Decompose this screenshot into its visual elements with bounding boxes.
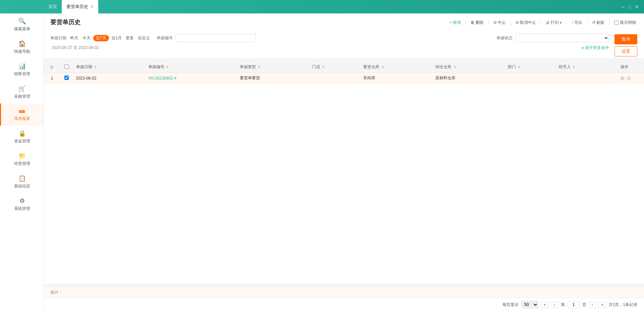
cancel-stop-icon: ⊘ — [516, 20, 519, 25]
sort-store-icon[interactable]: ⇅ — [322, 65, 325, 69]
basic-info-icon: 📋 — [18, 175, 26, 182]
sort-doc-type-icon[interactable]: ⇅ — [258, 65, 261, 69]
row-checkbox[interactable] — [64, 76, 69, 80]
prev-page-btn[interactable]: ‹ — [551, 301, 558, 308]
export-button[interactable]: ↑ 导出 — [570, 19, 584, 26]
cancel-stop-button[interactable]: ⊘ 取消中止 — [514, 19, 537, 26]
sidebar-item-inventory[interactable]: 🏘 库存核算 — [0, 103, 43, 126]
close-icon[interactable]: ✕ — [635, 4, 639, 9]
date-btn-1month[interactable]: 近1月 — [110, 35, 123, 41]
cell-department — [504, 73, 555, 84]
col-header-doc-type-label: 单据类型 — [240, 64, 256, 69]
display-detail-checkbox[interactable] — [614, 20, 619, 25]
refresh-icon: ↺ — [592, 20, 595, 25]
total-info: 共1页，1条记录 — [609, 302, 637, 308]
col-header-req-warehouse: 要货仓库 ⇅ — [360, 61, 432, 73]
table-settings-icon[interactable]: ⚙ — [50, 64, 54, 70]
main-layout: 🔍 搜索菜单 🏠 快捷导航 📊 销售管理 🛒 采购管理 🏘 库存核算 🔒 资金管… — [0, 13, 644, 311]
page-number-input[interactable] — [568, 301, 580, 308]
table-container: ⚙ 单据日期 ⇅ 单据编号 ⇅ — [44, 61, 644, 284]
tab-home[interactable]: 首页 — [44, 0, 62, 13]
filter-action-btns: 查询 设置 — [614, 34, 637, 56]
sidebar-item-basic-info[interactable]: 📋 基础信息 — [0, 171, 43, 193]
expand-filter-btn[interactable]: ▾ 展开更多条件 — [582, 45, 609, 51]
print-button[interactable]: 🖨 打印 ▾ — [544, 19, 563, 26]
status-filter-select[interactable] — [515, 34, 609, 42]
delete-icon: 🗑 — [471, 20, 475, 25]
divider — [587, 20, 587, 25]
date-btn-custom[interactable]: 自定义 — [137, 35, 151, 41]
cell-ops: ⊞ ⊟ — [617, 73, 644, 84]
col-header-doc-no: 单据编号 ⇅ — [145, 61, 236, 73]
row-more-icon[interactable]: ⊟ — [627, 76, 631, 81]
sort-doc-date-icon[interactable]: ⇅ — [94, 65, 97, 69]
requisition-table: ⚙ 单据日期 ⇅ 单据编号 ⇅ — [44, 61, 644, 84]
cell-check — [60, 73, 72, 84]
sidebar-item-operations-mgmt[interactable]: 📁 经营管理 — [0, 148, 43, 171]
divider — [609, 20, 609, 25]
col-header-doc-date: 单据日期 ⇅ — [72, 61, 145, 73]
sidebar-item-label: 基础信息 — [14, 183, 30, 189]
table-header-row: ⚙ 单据日期 ⇅ 单据编号 ⇅ — [44, 61, 644, 73]
date-btn-yesterday[interactable]: 昨天 — [69, 35, 80, 41]
sidebar-item-label: 采购管理 — [14, 94, 30, 99]
sidebar-item-finance-mgmt[interactable]: 🔒 资金管理 — [0, 126, 43, 148]
page-size-select[interactable]: 50 20 100 200 — [521, 301, 538, 308]
divider — [488, 20, 489, 25]
cell-req-warehouse: 车间库 — [360, 73, 432, 84]
table-footer: 合计： — [44, 286, 644, 298]
refresh-button[interactable]: ↺ 刷新 — [591, 19, 606, 26]
col-header-doc-no-label: 单据编号 — [148, 64, 164, 69]
divider — [511, 20, 511, 25]
sidebar-item-label: 库存核算 — [14, 116, 30, 122]
sidebar-item-search-menu[interactable]: 🔍 搜索菜单 — [0, 13, 43, 36]
display-detail-toggle[interactable]: 显示明细 — [613, 19, 637, 26]
next-page-btn[interactable]: › — [589, 301, 596, 308]
date-btn-7days[interactable]: 近7天 — [93, 35, 109, 41]
col-header-check — [60, 61, 72, 73]
divider — [466, 20, 466, 25]
last-page-btn[interactable]: » — [598, 301, 606, 308]
tab-requisition-history[interactable]: 要货单历史 ✕ — [62, 0, 98, 13]
settings-button[interactable]: 设置 — [614, 46, 637, 56]
col-header-pending-warehouse-label: 待出仓库 — [435, 64, 451, 69]
cell-doc-date: 2023-06-02 — [72, 73, 145, 84]
select-all-checkbox[interactable] — [64, 64, 69, 69]
sidebar-item-quick-nav[interactable]: 🏠 快捷导航 — [0, 36, 43, 58]
sidebar-item-label: 经营管理 — [14, 161, 30, 167]
search-menu-icon: 🔍 — [18, 17, 26, 25]
sidebar-item-system-mgmt[interactable]: ⚙ 系统管理 — [0, 193, 43, 216]
sort-handler-icon[interactable]: ⇅ — [573, 65, 575, 69]
col-header-department: 部门 ⇅ — [504, 61, 555, 73]
page-header: 要货单历史 + 新增 🗑 删除 ⊘ 中止 ⊘ — [44, 13, 644, 59]
sort-req-warehouse-icon[interactable]: ⇅ — [381, 65, 384, 69]
col-header-doc-type: 单据类型 ⇅ — [236, 61, 309, 73]
col-header-store: 门店 ⇅ — [309, 61, 360, 73]
tab-label: 要货单历史 — [66, 4, 88, 10]
date-btn-today[interactable]: 今天 — [81, 35, 92, 41]
query-button[interactable]: 查询 — [614, 34, 637, 44]
sidebar-item-purchase-mgmt[interactable]: 🛒 采购管理 — [0, 81, 43, 103]
print-dropdown-icon: ▾ — [560, 21, 561, 25]
sort-department-icon[interactable]: ⇅ — [518, 65, 520, 69]
sort-doc-no-icon[interactable]: ⇅ — [166, 65, 169, 69]
date-btn-more[interactable]: 更多 — [124, 35, 135, 41]
sort-pending-warehouse-icon[interactable]: ⇅ — [453, 65, 456, 69]
docno-filter-input[interactable] — [175, 34, 256, 42]
col-header-department-label: 部门 — [508, 64, 516, 69]
delete-button[interactable]: 🗑 删除 — [469, 19, 485, 26]
date-filter-label: 单据日期 — [50, 35, 66, 41]
row-edit-icon[interactable]: ⊞ — [621, 76, 625, 81]
first-page-btn[interactable]: « — [541, 301, 549, 308]
page-size-label: 每页显示 — [502, 302, 519, 308]
new-button[interactable]: + 新增 — [448, 19, 462, 26]
sidebar-item-sales-mgmt[interactable]: 📊 销售管理 — [0, 58, 43, 81]
stop-button[interactable]: ⊘ 中止 — [492, 19, 507, 26]
tab-close-icon[interactable]: ✕ — [90, 4, 94, 9]
col-header-handler: 经手人 ⇅ — [555, 61, 617, 73]
doc-no-link[interactable]: YH-20230602-4 — [148, 76, 176, 81]
maximize-icon[interactable]: □ — [628, 4, 631, 9]
stop-icon: ⊘ — [493, 20, 497, 25]
minimize-icon[interactable]: ─ — [621, 4, 624, 9]
col-header-store-label: 门店 — [312, 64, 320, 69]
